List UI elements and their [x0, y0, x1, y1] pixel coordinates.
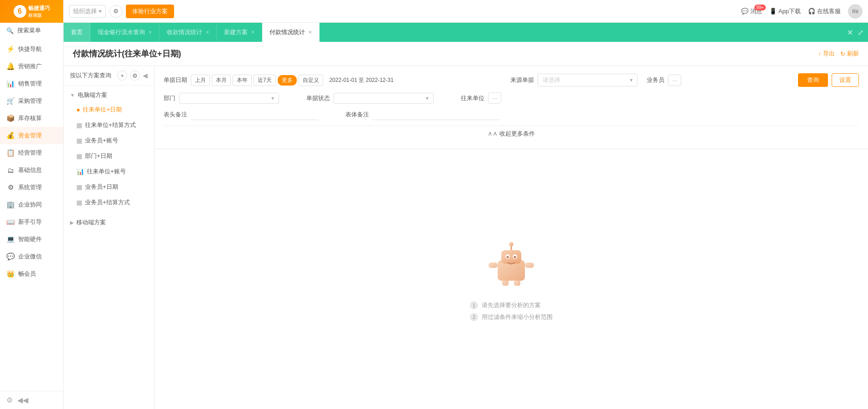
partner-label: 往来单位: [461, 94, 484, 102]
guide-icon: 📖: [6, 218, 15, 226]
staff-select-btn[interactable]: ···: [668, 75, 681, 86]
source-bill-select[interactable]: 请选择 ▾: [538, 74, 638, 86]
source-bill-filter: 来源单据 请选择 ▾: [510, 74, 638, 86]
sidebar-item-hardware[interactable]: 💻 智能硬件: [0, 231, 63, 248]
maximize-btn[interactable]: ⤢: [858, 28, 863, 37]
sidebar-item-sales[interactable]: 📊 销售管理: [0, 75, 63, 92]
mobile-group-title[interactable]: ▶ 移动端方案: [64, 216, 154, 229]
staff-date-icon: ▦: [76, 183, 82, 191]
quick-nav-icon: ⚡: [6, 45, 15, 53]
sidebar-item-operation[interactable]: 📋 经营管理: [0, 144, 63, 162]
topbar-right: 💬 消息 99+ 📱 App下载 🎧 在线客服 Rit: [741, 4, 863, 19]
scheme-item-staff-date[interactable]: ▦ 业务员+日期: [64, 179, 154, 195]
purchase-icon: 🛒: [6, 97, 15, 105]
tab-new-scheme[interactable]: 新建方案 ×: [217, 23, 262, 42]
scheme-item-staff-account[interactable]: ▦ 业务员+账号: [64, 133, 154, 148]
collapse-conditions-btn[interactable]: ∧∧ 收起更多条件: [164, 126, 859, 141]
page-actions: ↑ 导出 ↻ 刷新: [818, 50, 859, 58]
scheme-item-dept-date[interactable]: ▦ 部门+日期: [64, 148, 154, 164]
svg-rect-10: [502, 279, 509, 286]
refresh-icon: ↻: [840, 50, 845, 57]
sidebar-item-capital[interactable]: 💰 资金管理: [0, 127, 63, 144]
date-custom-btn[interactable]: 自定义: [299, 75, 323, 86]
hardware-icon: 💻: [6, 235, 15, 243]
sidebar-item-enterprise[interactable]: 🏢 企业协同: [0, 196, 63, 213]
collapse-left-panel-btn[interactable]: ◀: [143, 72, 148, 79]
sidebar-item-system[interactable]: ⚙ 系统管理: [0, 179, 63, 196]
message-btn[interactable]: 💬 消息 99+: [741, 7, 762, 15]
tab-payment[interactable]: 付款情况统计 ×: [262, 23, 319, 42]
left-panel-title: 按以下方案查询: [70, 71, 111, 80]
date-label: 单据日期: [164, 76, 187, 84]
tab-home[interactable]: 首页: [64, 23, 90, 42]
body-note-label: 表体备注: [345, 111, 369, 119]
query-btn[interactable]: 查询: [798, 73, 828, 87]
bill-status-select[interactable]: ▾: [334, 93, 434, 104]
dept-select[interactable]: ▾: [179, 93, 279, 104]
search-menu[interactable]: 🔍 搜索菜单: [0, 23, 63, 38]
sidebar-item-quick-nav[interactable]: ⚡ 快捷导航: [0, 40, 63, 58]
export-btn[interactable]: ↑ 导出: [818, 50, 835, 58]
tab-income[interactable]: 收款情况统计 ×: [160, 23, 217, 42]
settings-footer-btn[interactable]: ⚙: [6, 396, 13, 404]
org-selector[interactable]: 组织选择 ▾: [69, 5, 106, 18]
desktop-scheme-group: ▼ 电脑端方案 ● 往来单位+日期 ▦ 往来单位+结算方式 ▦ 业务员+账号: [64, 86, 154, 213]
scheme-item-staff-settlement[interactable]: ▦ 业务员+结算方式: [64, 195, 154, 210]
close-all-tabs-btn[interactable]: ✕: [847, 28, 853, 37]
tab-payment-close[interactable]: ×: [309, 29, 312, 35]
sidebar-item-weixin[interactable]: 💬 企业微信: [0, 248, 63, 265]
page-title: 付款情况统计(往来单位+日期): [73, 48, 181, 59]
tab-bank[interactable]: 现金银行流水查询 ×: [90, 23, 160, 42]
svg-rect-1: [501, 250, 521, 264]
collapse-conditions-icon: ∧∧: [488, 130, 498, 137]
add-scheme-btn[interactable]: +: [117, 71, 127, 81]
scheme-item-partner-account[interactable]: 📊 往来单位+账号: [64, 164, 154, 179]
filter-area: 单据日期 上月 本月 本年 近7天 更多 自定义 2022-01-01 至 20…: [155, 66, 868, 149]
staff-filter: 业务员 ···: [647, 75, 681, 86]
scheme-item-partner-settlement[interactable]: ▦ 往来单位+结算方式: [64, 117, 154, 133]
date-this-month-btn[interactable]: 本月: [212, 75, 231, 86]
service-btn[interactable]: 🎧 在线客服: [808, 7, 841, 15]
empty-tip-2: 2 用过滤条件来缩小分析范围: [470, 313, 553, 321]
message-icon: 💬: [741, 8, 748, 15]
head-note-filter: 表头备注: [164, 109, 318, 120]
tab-income-close[interactable]: ×: [206, 29, 209, 35]
head-note-input[interactable]: [191, 109, 318, 120]
tab-new-scheme-close[interactable]: ×: [251, 29, 254, 35]
tabbar: 首页 现金银行流水查询 × 收款情况统计 × 新建方案 × 付款情况统计 × ✕…: [64, 23, 868, 42]
body-note-input[interactable]: [373, 109, 500, 120]
empty-icon: [484, 237, 539, 292]
date-this-year-btn[interactable]: 本年: [233, 75, 252, 86]
trial-btn[interactable]: 体验行业方案: [126, 5, 174, 18]
sidebar-item-purchase[interactable]: 🛒 采购管理: [0, 92, 63, 110]
date-last-month-btn[interactable]: 上月: [191, 75, 210, 86]
collapse-sidebar-btn[interactable]: ◀◀: [17, 396, 28, 404]
desktop-group-title[interactable]: ▼ 电脑端方案: [64, 88, 154, 102]
sidebar-header: 6 畅捷通巧 标准版: [0, 0, 63, 23]
sidebar-item-marketing[interactable]: 🔔 营销推广: [0, 58, 63, 75]
refresh-btn[interactable]: ↻ 刷新: [840, 50, 859, 58]
avatar[interactable]: Rit: [848, 4, 863, 19]
page-header: 付款情况统计(往来单位+日期) ↑ 导出 ↻ 刷新: [64, 42, 868, 66]
tab-bank-close[interactable]: ×: [149, 29, 152, 35]
app-download-btn[interactable]: 📱 App下载: [769, 7, 801, 15]
date-more-btn[interactable]: 更多: [278, 75, 297, 86]
logo-text: 畅捷通巧: [28, 5, 50, 12]
export-icon: ↑: [818, 50, 822, 57]
scheme-item-partner-date[interactable]: ● 往来单位+日期: [64, 102, 154, 117]
settings-gear-btn[interactable]: ⚙: [110, 5, 122, 18]
partner-account-icon: 📊: [76, 168, 84, 175]
sidebar-item-basic[interactable]: 🗂 基础信息: [0, 162, 63, 179]
filter-settings-btn[interactable]: 设置: [832, 73, 859, 87]
svg-rect-11: [514, 279, 520, 286]
partner-settlement-icon: ▦: [76, 121, 82, 129]
partner-select-btn[interactable]: ···: [488, 92, 501, 104]
member-icon: 👑: [6, 270, 15, 278]
scheme-settings-btn[interactable]: ⚙: [130, 71, 140, 81]
sidebar-item-guide[interactable]: 📖 新手引导: [0, 213, 63, 231]
sidebar-footer: ⚙ ◀◀: [0, 391, 63, 409]
date-last-7-days-btn[interactable]: 近7天: [254, 75, 276, 86]
sidebar-item-inventory[interactable]: 📦 库存核算: [0, 110, 63, 127]
body-note-filter: 表体备注: [345, 109, 500, 120]
sidebar-item-member[interactable]: 👑 畅会员: [0, 265, 63, 283]
